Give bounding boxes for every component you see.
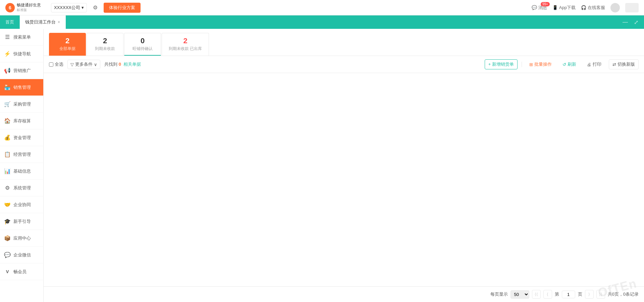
sidebar-label-member: 畅会员 (13, 269, 26, 275)
company-selector[interactable]: XXXXXX公司 ▾ (51, 3, 87, 12)
beginner-icon: 🎓 (4, 218, 11, 225)
user-name-area[interactable] (625, 3, 639, 12)
quick-nav-icon: ⚡ (4, 51, 11, 57)
toolbar-right: + 新增销货单 ⊞ 批量操作 ↺ 刷新 🖨 打印 ⇄ 切换新版 (485, 59, 639, 69)
logo-icon: 6 (5, 3, 15, 12)
sidebar-item-marketing[interactable]: 📢 营销推广 (0, 62, 43, 79)
app-subtitle: 标准版 (17, 8, 41, 12)
found-count: 0 (119, 62, 121, 67)
toolbar: 全选 ▽ 更多条件 ∨ 共找到 0 相关单据 + 新增销货单 ⊞ (44, 56, 644, 73)
active-tab-label: 钱货日清工作台 (25, 19, 56, 25)
stat-tab-all[interactable]: 2 全部单据 (49, 33, 86, 56)
stat-tab-pending[interactable]: 0 旺铺待确认 (124, 33, 161, 56)
stat-number-overdue-shipped: 2 (169, 37, 202, 45)
switch-label: 切换新版 (618, 61, 635, 67)
select-all-checkbox[interactable]: 全选 (49, 61, 63, 67)
sidebar-item-inventory[interactable]: 🏠 库存核算 (0, 113, 43, 129)
stat-label-pending: 旺铺待确认 (131, 46, 154, 52)
chevron-down-icon: ∨ (94, 62, 97, 67)
sidebar-item-quick-nav[interactable]: ⚡ 快捷导航 (0, 46, 43, 62)
related-docs-link[interactable]: 相关单据 (123, 62, 141, 67)
batch-ops-label: 批量操作 (534, 61, 552, 67)
sidebar-item-purchase-mgmt[interactable]: 🛒 采购管理 (0, 96, 43, 113)
page-label-ye: 页 (578, 291, 582, 297)
avatar[interactable] (610, 3, 620, 12)
sidebar-label-beginner: 新手引导 (13, 219, 31, 225)
app-download-button[interactable]: 📱 App下载 (552, 5, 576, 11)
sidebar-item-enterprise[interactable]: 🤝 企业协同 (0, 196, 43, 213)
home-tab-label: 首页 (5, 19, 14, 25)
stat-tab-overdue-shipped[interactable]: 2 到期未收款 已出库 (162, 33, 209, 56)
batch-ops-button[interactable]: ⊞ 批量操作 (526, 60, 555, 69)
page-number-input[interactable] (562, 291, 575, 298)
search-menu-icon: ☰ (4, 34, 11, 40)
dropdown-icon: ▾ (82, 5, 84, 10)
batch-ops-icon: ⊞ (529, 62, 533, 67)
filter-icon: ▽ (70, 62, 74, 67)
sidebar-item-sys-mgmt[interactable]: ⚙ 系统管理 (0, 180, 43, 196)
sidebar-item-beginner[interactable]: 🎓 新手引导 (0, 213, 43, 230)
tab-home[interactable]: 首页 (0, 15, 20, 29)
divider-1 (522, 62, 522, 67)
app-title: 畅捷通好生意 (17, 3, 41, 8)
enterprise-icon: 🤝 (4, 201, 11, 208)
sidebar-label-marketing: 营销推广 (13, 68, 31, 74)
logo-area: 6 畅捷通好生意 标准版 (5, 3, 41, 13)
refresh-label: 刷新 (568, 61, 576, 67)
stats-tabs: 2 全部单据 2 到期未收款 0 旺铺待确认 2 到期未收款 已出库 (44, 29, 644, 56)
sidebar-item-search-menu[interactable]: ☰ 搜索菜单 (0, 29, 43, 46)
refresh-button[interactable]: ↺ 刷新 (559, 60, 580, 69)
more-filters-button[interactable]: ▽ 更多条件 ∨ (67, 60, 100, 69)
found-text: 共找到 0 相关单据 (104, 61, 141, 67)
service-icon: 🎧 (581, 5, 586, 10)
sidebar-item-funds-mgmt[interactable]: 💰 资金管理 (0, 129, 43, 146)
sidebar-item-sales-mgmt[interactable]: 🏪 销售管理 (0, 79, 43, 96)
tab-bar-actions: — ⤢ (621, 18, 644, 26)
sidebar-label-enterprise: 企业协同 (13, 202, 31, 208)
stat-tab-overdue[interactable]: 2 到期未收款 (87, 33, 123, 56)
tab-minimize-button[interactable]: — (621, 18, 629, 26)
tab-maximize-button[interactable]: ⤢ (632, 18, 640, 26)
page-prev-button[interactable]: ⟨ (543, 290, 552, 299)
switch-version-button[interactable]: ⇄ 切换新版 (609, 59, 639, 69)
refresh-icon: ↺ (562, 62, 566, 67)
page-size-label: 每页显示 (490, 291, 508, 297)
tab-bar: 首页 钱货日清工作台 × — ⤢ (0, 15, 644, 29)
page-label-di: 第 (555, 291, 559, 297)
page-size-select[interactable]: 50 20 100 (511, 290, 529, 299)
inventory-icon: 🏠 (4, 118, 11, 124)
print-icon: 🖨 (587, 62, 591, 67)
page-last-button[interactable]: ⟩⟩ (596, 290, 605, 299)
tab-close-button[interactable]: × (58, 20, 60, 24)
stat-label-all: 全部单据 (56, 46, 79, 52)
sidebar-item-app-center[interactable]: 📦 应用中心 (0, 230, 43, 247)
header-right: 💬 消息 99+ 📱 App下载 🎧 在线客服 (532, 3, 639, 12)
found-prefix: 共找到 (104, 62, 117, 67)
app-download-icon: 📱 (552, 5, 558, 10)
page-first-button[interactable]: ⟨⟨ (532, 290, 541, 299)
sidebar-label-app-center: 应用中心 (13, 235, 31, 241)
sidebar-item-wechat-work[interactable]: 💬 企业微信 (0, 247, 43, 263)
sidebar-label-inventory: 库存核算 (13, 118, 31, 124)
operations-icon: 📋 (4, 151, 11, 158)
new-sales-button[interactable]: + 新增销货单 (485, 59, 518, 69)
pagination-bar: 每页显示 50 20 100 ⟨⟨ ⟨ 第 页 ⟩ ⟩⟩ 共0页，0条记录 (44, 286, 644, 302)
stat-number-overdue: 2 (94, 37, 116, 45)
purchase-mgmt-icon: 🛒 (4, 101, 11, 107)
empty-state (44, 73, 644, 286)
tab-active[interactable]: 钱货日清工作台 × (20, 15, 66, 29)
industry-button[interactable]: 体验行业方案 (104, 3, 141, 13)
sidebar-item-member[interactable]: V 畅会员 (0, 263, 43, 280)
message-icon: 💬 (532, 5, 537, 10)
sidebar-item-operations[interactable]: 📋 经营管理 (0, 146, 43, 163)
app-download-label: App下载 (559, 5, 576, 11)
settings-button[interactable]: ⚙ (90, 3, 100, 13)
sidebar-item-basic-info[interactable]: 📊 基础信息 (0, 163, 43, 180)
select-all-input[interactable] (49, 62, 53, 67)
print-button[interactable]: 🖨 打印 (584, 60, 605, 69)
messages-button[interactable]: 💬 消息 99+ (532, 5, 547, 11)
online-service-button[interactable]: 🎧 在线客服 (581, 5, 605, 11)
sidebar-label-purchase-mgmt: 采购管理 (13, 101, 31, 107)
sidebar-label-quick-nav: 快捷导航 (13, 51, 31, 57)
page-next-button[interactable]: ⟩ (585, 290, 594, 299)
